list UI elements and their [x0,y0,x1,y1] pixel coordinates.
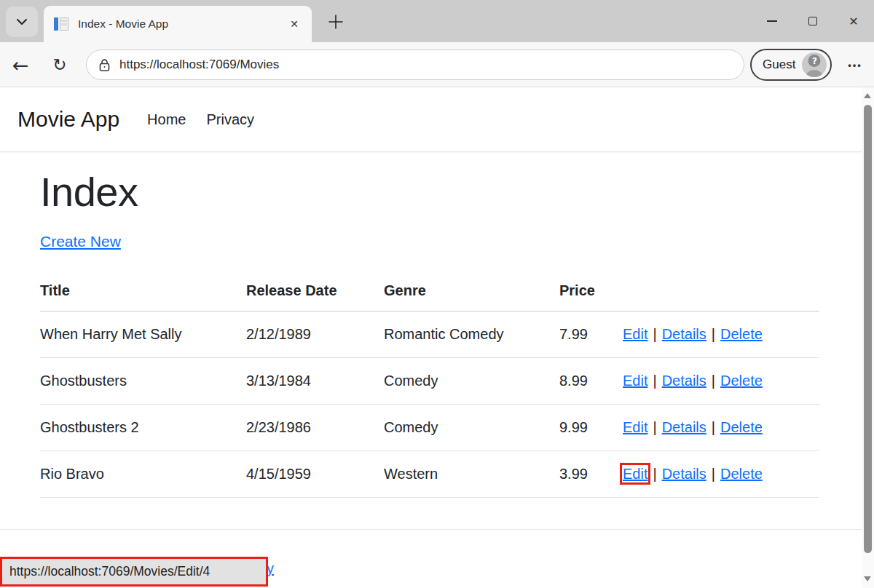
header-genre: Genre [384,275,559,311]
scroll-down-icon[interactable] [864,576,871,581]
genre-cell: Western [384,450,559,497]
price-cell: 7.99 [559,311,623,357]
guest-avatar-icon: ? [802,52,827,77]
chevron-down-icon [16,18,28,25]
tab-search-button[interactable] [6,7,38,37]
genre-cell: Romantic Comedy [384,311,559,357]
tab-close-icon[interactable]: ✕ [287,17,302,31]
scroll-up-icon[interactable] [864,93,871,98]
release-date-cell: 4/15/1959 [246,450,384,497]
nav-link-privacy[interactable]: Privacy [206,111,254,128]
table-row: Ghostbusters 3/13/1984 Comedy 8.99 Edit|… [40,357,819,404]
page-favicon-icon [54,17,68,31]
profile-button[interactable]: Guest ? [750,49,832,81]
url-text[interactable]: https://localhost:7069/Movies [119,57,279,72]
release-date-cell: 3/13/1984 [246,357,384,404]
edit-link[interactable]: Edit [623,326,647,342]
site-navbar: Movie App Home Privacy [0,87,862,152]
back-button[interactable]: ← [6,42,35,87]
price-cell: 8.99 [559,357,623,404]
plus-icon [328,14,344,30]
main-content: Index Create New Title Release Date Genr… [40,152,819,498]
release-date-cell: 2/23/1986 [246,404,384,450]
question-badge-icon: ? [808,55,821,67]
price-cell: 9.99 [559,404,623,450]
details-link[interactable]: Details [662,373,706,389]
details-link[interactable]: Details [662,466,706,482]
actions-cell: Edit|Details|Delete [623,404,819,450]
delete-link[interactable]: Delete [720,466,763,482]
create-new-link[interactable]: Create New [40,233,121,250]
price-cell: 3.99 [559,450,623,497]
action-separator: | [712,419,715,435]
footer-divider [0,529,862,530]
header-actions [623,275,819,311]
genre-cell: Comedy [384,404,559,450]
action-separator: | [653,326,656,342]
edit-link[interactable]: Edit [623,466,647,482]
delete-link[interactable]: Delete [720,326,763,342]
details-link[interactable]: Details [662,419,706,435]
lock-icon [98,58,111,72]
action-separator: | [712,326,715,342]
actions-cell: Edit|Details|Delete [623,311,819,357]
delete-link[interactable]: Delete [720,373,763,389]
action-separator: | [712,373,715,389]
refresh-button[interactable]: ↻ [45,42,74,87]
delete-link[interactable]: Delete [720,419,763,435]
action-separator: | [653,419,656,435]
header-price: Price [559,275,623,311]
vertical-scrollbar[interactable] [862,87,874,588]
edit-link[interactable]: Edit [623,373,647,389]
table-row: Rio Bravo 4/15/1959 Western 3.99 Edit|De… [40,450,819,497]
minimize-button[interactable] [752,0,792,42]
address-bar[interactable]: https://localhost:7069/Movies [86,49,744,80]
table-row: When Harry Met Sally 2/12/1989 Romantic … [40,311,819,357]
movie-title-cell: Ghostbusters [40,357,246,404]
window-close-button[interactable]: ✕ [833,0,874,42]
actions-cell: Edit|Details|Delete [623,450,819,497]
window-controls: ✕ [752,0,874,42]
movie-title-cell: Ghostbusters 2 [40,404,246,450]
new-tab-button[interactable] [322,9,350,34]
nav-link-home[interactable]: Home [147,111,186,128]
minimize-icon [767,20,777,22]
movie-title-cell: Rio Bravo [40,450,246,497]
release-date-cell: 2/12/1989 [246,311,384,357]
settings-menu-button[interactable]: ••• [839,42,871,87]
browser-toolbar: ← ↻ https://localhost:7069/Movies Guest … [0,42,874,87]
scrollbar-thumb[interactable] [864,105,872,553]
window-titlebar: Index - Movie App ✕ ✕ [0,0,874,42]
action-separator: | [712,466,715,482]
table-row: Ghostbusters 2 2/23/1986 Comedy 9.99 Edi… [40,404,819,450]
genre-cell: Comedy [384,357,559,404]
status-url-tooltip: https://localhost:7069/Movies/Edit/4 [0,557,268,587]
action-separator: | [653,466,656,482]
navbar-links: Home Privacy [147,111,254,128]
page-viewport: Movie App Home Privacy Index Create New … [0,87,874,588]
tab-title: Index - Movie App [78,17,287,31]
profile-label: Guest [763,57,795,72]
actions-cell: Edit|Details|Delete [623,357,819,404]
header-release-date: Release Date [246,275,384,311]
movies-table: Title Release Date Genre Price When Harr… [40,275,819,498]
movies-table-head: Title Release Date Genre Price [40,275,819,311]
maximize-icon [808,17,817,25]
navbar-brand[interactable]: Movie App [17,107,119,132]
page-title: Index [40,171,819,214]
header-title: Title [40,275,246,311]
movie-title-cell: When Harry Met Sally [40,311,246,357]
edit-link[interactable]: Edit [623,419,647,435]
movies-table-body: When Harry Met Sally 2/12/1989 Romantic … [40,311,819,497]
browser-tab[interactable]: Index - Movie App ✕ [44,6,312,42]
action-separator: | [653,373,656,389]
status-url-text: https://localhost:7069/Movies/Edit/4 [9,564,210,579]
maximize-button[interactable] [792,0,833,42]
details-link[interactable]: Details [662,326,706,342]
